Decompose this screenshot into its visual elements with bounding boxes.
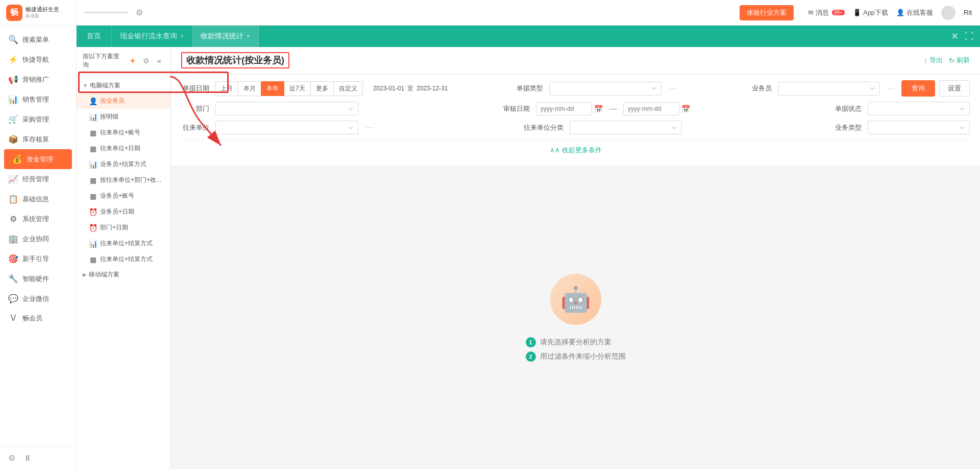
online-service-button[interactable]: 👤 在线客服 bbox=[896, 8, 933, 17]
left-panel-title: 按以下方案查询 bbox=[83, 52, 124, 69]
sidebar-item-quicknav[interactable]: ⚡ 快捷导航 bbox=[0, 50, 76, 69]
scheme-button[interactable]: 体验行业方案 bbox=[740, 5, 794, 20]
avatar[interactable] bbox=[941, 6, 955, 20]
tree-item-staff-account[interactable]: ▦ 业务员+账号 bbox=[77, 188, 170, 204]
collapse-row: ∧∧ 收起更多条件 bbox=[181, 139, 970, 160]
sidebar-item-sales[interactable]: 📊 销售管理 bbox=[0, 89, 76, 109]
app-download-button[interactable]: 📱 App下载 bbox=[853, 8, 888, 17]
tab-collection[interactable]: 收款情况统计 × bbox=[192, 26, 259, 47]
sidebar-item-inventory[interactable]: 📦 库存核算 bbox=[0, 129, 76, 149]
date-tab-7days[interactable]: 近7天 bbox=[284, 81, 311, 96]
tree-item-by-detail[interactable]: 📊 按明细 bbox=[77, 109, 170, 125]
right-content: 收款情况统计(按业务员) ↑ 导出 ↻ 刷新 单据日期 bbox=[171, 47, 980, 469]
table2-icon: ▦ bbox=[89, 176, 97, 184]
message-icon: ✉ bbox=[808, 9, 814, 16]
sidebar: 畅 畅捷通好生意 标准版 🔍 搜索菜单 ⚡ 快捷导航 📢 营销推广 📊 销售管理… bbox=[0, 0, 77, 469]
finance-icon: 💰 bbox=[12, 154, 22, 164]
cal1-icon[interactable]: 📅 bbox=[594, 105, 603, 113]
topbar-gear-icon[interactable]: ⚙ bbox=[136, 8, 143, 17]
content-area: 🤖 1 请先选择要分析的方案 2 用过滤条件来缩小分析范围 bbox=[171, 167, 980, 470]
sidebar-item-system[interactable]: ⚙ 系统管理 bbox=[0, 209, 76, 229]
tabbar-close-all-icon[interactable]: ✕ bbox=[951, 31, 959, 42]
page-content: 按以下方案查询 + ⚙ « ▼ 电脑端方案 👤 按业务员 📊 bbox=[77, 47, 980, 469]
doctype-select[interactable] bbox=[549, 82, 662, 96]
tabbar-expand-icon[interactable]: ⛶ bbox=[965, 31, 974, 42]
partner-more-icon[interactable]: ⋯ bbox=[365, 123, 374, 132]
bottom-settings-icon[interactable]: ⚙ bbox=[8, 453, 15, 463]
message-button[interactable]: ✉ 消息 99+ bbox=[808, 8, 845, 17]
app-icon: 📱 bbox=[853, 9, 861, 16]
tab-collection-close[interactable]: × bbox=[247, 33, 250, 40]
sidebar-item-finance[interactable]: 💰 资金管理 bbox=[4, 149, 72, 169]
cal2-icon[interactable]: 📅 bbox=[681, 105, 690, 113]
basic-icon: 📋 bbox=[8, 194, 18, 204]
add-scheme-button[interactable]: + bbox=[128, 56, 138, 66]
tree-item-staff-date[interactable]: ⏰ 业务员+日期 bbox=[77, 204, 170, 220]
filter-row-2: 部门 审核日期 📅 — 📅 单据状 bbox=[181, 102, 970, 115]
doctype-more-icon[interactable]: ⋯ bbox=[669, 84, 677, 93]
docstatus-label: 单据状态 bbox=[831, 104, 862, 113]
date-tab-thisyear[interactable]: 本年 bbox=[261, 81, 284, 96]
settings-scheme-button[interactable]: ⚙ bbox=[141, 56, 151, 66]
sidebar-item-purchase[interactable]: 🛒 采购管理 bbox=[0, 109, 76, 129]
settings-button[interactable]: 设置 bbox=[939, 80, 970, 97]
review-date-to-input[interactable] bbox=[623, 102, 679, 115]
sidebar-nav: 🔍 搜索菜单 ⚡ 快捷导航 📢 营销推广 📊 销售管理 🛒 采购管理 📦 库存核… bbox=[0, 26, 76, 447]
step-1-num: 1 bbox=[526, 337, 536, 347]
sidebar-item-hardware[interactable]: 🔧 智能硬件 bbox=[0, 269, 76, 289]
detail-icon: 📊 bbox=[89, 113, 97, 121]
date-label: 单据日期 bbox=[181, 84, 209, 93]
partner-select[interactable] bbox=[215, 121, 358, 134]
tree-item-partner-date[interactable]: ▦ 往来单位+日期 bbox=[77, 140, 170, 156]
filter-row-1: 单据日期 上月 本月 本年 近7天 更多 自定义 2023-01-01 至 20… bbox=[181, 80, 970, 97]
sidebar-item-marketing[interactable]: 📢 营销推广 bbox=[0, 69, 76, 89]
collapse-panel-button[interactable]: « bbox=[154, 56, 164, 66]
clock-icon: ⏰ bbox=[89, 208, 97, 216]
tab-home[interactable]: 首页 bbox=[77, 26, 112, 47]
query-button[interactable]: 查询 bbox=[901, 80, 935, 97]
biztype-select[interactable] bbox=[868, 121, 970, 134]
grid-icon: ▦ bbox=[89, 129, 97, 137]
sidebar-item-basic[interactable]: 📋 基础信息 bbox=[0, 189, 76, 209]
tab-cashflow-close[interactable]: × bbox=[180, 33, 184, 40]
review-date-from-wrap: 📅 bbox=[536, 102, 603, 115]
chart-icon: 📊 bbox=[89, 160, 97, 169]
bottom-collapse-icon[interactable]: ⏸ bbox=[23, 454, 32, 463]
purchase-icon: 🛒 bbox=[8, 114, 18, 124]
collapse-button[interactable]: ∧∧ 收起更多条件 bbox=[550, 146, 602, 155]
dept-select[interactable] bbox=[215, 102, 358, 115]
date-tab-thismonth[interactable]: 本月 bbox=[238, 81, 261, 96]
username: Rit bbox=[964, 9, 972, 16]
sidebar-item-guide[interactable]: 🎯 新手引导 bbox=[0, 249, 76, 269]
date-tab-custom[interactable]: 自定义 bbox=[333, 81, 363, 96]
review-date-from-input[interactable] bbox=[536, 102, 592, 115]
partner-cat-select[interactable] bbox=[570, 121, 682, 134]
tree-item-partner-settle1[interactable]: 📊 往来单位+结算方式 bbox=[77, 236, 170, 251]
date-from: 2023-01-01 bbox=[373, 85, 404, 92]
breadcrumb-gray-bar: ━━━━━━━━━━━━ bbox=[85, 9, 128, 16]
tree-group-mobile[interactable]: ▶ 移动端方案 bbox=[77, 267, 170, 282]
sidebar-item-search[interactable]: 🔍 搜索菜单 bbox=[0, 30, 76, 50]
tree-item-staff-settle[interactable]: 📊 业务员+结算方式 bbox=[77, 156, 170, 172]
logo-icon: 畅 bbox=[6, 5, 22, 21]
sidebar-item-operations[interactable]: 📈 经营管理 bbox=[0, 169, 76, 189]
date-tab-lastmonth[interactable]: 上月 bbox=[215, 81, 238, 96]
tree-item-partner-dept[interactable]: ▦ 按往来单位+部门+收... bbox=[77, 172, 170, 188]
tree-group-desktop[interactable]: ▼ 电脑端方案 bbox=[77, 78, 170, 93]
staff-more-icon[interactable]: ⋯ bbox=[887, 84, 895, 93]
sidebar-item-corp[interactable]: 🏢 企业协同 bbox=[0, 229, 76, 249]
topbar-right: ✉ 消息 99+ 📱 App下载 👤 在线客服 Rit bbox=[808, 6, 972, 20]
tree-item-partner-settle2[interactable]: ▦ 往来单位+结算方式 bbox=[77, 251, 170, 267]
date-tab-group: 上月 本月 本年 近7天 更多 自定义 bbox=[215, 81, 363, 96]
tab-cashflow[interactable]: 现金银行流水查询 × bbox=[112, 26, 192, 47]
sidebar-item-member[interactable]: V 畅会员 bbox=[0, 309, 76, 328]
tree-item-by-staff[interactable]: 👤 按业务员 bbox=[77, 93, 170, 109]
staff-select[interactable] bbox=[778, 82, 880, 96]
tree-item-partner-account[interactable]: ▦ 往来单位+账号 bbox=[77, 125, 170, 140]
refresh-button[interactable]: ↻ 刷新 bbox=[949, 56, 970, 65]
docstatus-select[interactable] bbox=[868, 102, 970, 115]
sidebar-item-wechat[interactable]: 💬 企业微信 bbox=[0, 289, 76, 309]
date-tab-more[interactable]: 更多 bbox=[310, 81, 334, 96]
tree-item-dept-date[interactable]: ⏰ 部门+日期 bbox=[77, 220, 170, 236]
export-button[interactable]: ↑ 导出 bbox=[924, 56, 943, 65]
